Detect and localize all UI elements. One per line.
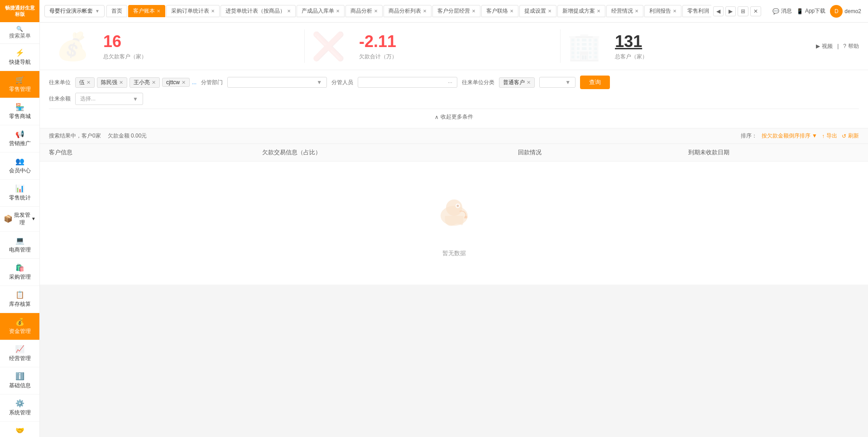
- sidebar-item-purchase[interactable]: 🛍️ 采购管理: [0, 259, 39, 286]
- filter-row-1: 往来单位 伍 ✕ 陈民强 ✕ 王小亮 ✕ cjttcw: [49, 76, 859, 89]
- column-due-date: 到期未收款日期: [688, 148, 859, 157]
- sidebar-item-inventory[interactable]: 📋 库存核算: [0, 286, 39, 313]
- sidebar-item-ecommerce[interactable]: 💻 电商管理: [0, 232, 39, 259]
- tab-new-commission[interactable]: 新增提成方案 ✕: [557, 5, 605, 17]
- close-icon[interactable]: ✕: [510, 9, 513, 14]
- sidebar-item-retail-stats[interactable]: 📊 零售统计: [0, 180, 39, 207]
- overdue-amount-value: -2.11: [359, 32, 542, 51]
- app-download-icon: 📱: [796, 8, 803, 14]
- tab-purchase-order-stats[interactable]: 采购订单统计表 ✕: [166, 5, 220, 17]
- close-icon[interactable]: ✕: [548, 9, 551, 14]
- tabs-prev-button[interactable]: ◀: [713, 6, 724, 16]
- close-icon[interactable]: ✕: [597, 9, 600, 14]
- remove-tag-cjttcw[interactable]: ✕: [182, 80, 186, 86]
- video-link[interactable]: ▶ 视频: [816, 43, 833, 50]
- tab-operation-status[interactable]: 经营情况 ✕: [606, 5, 643, 17]
- tab-customer-contact[interactable]: 客户联络 ✕: [481, 5, 518, 17]
- sidebar-item-basic-info[interactable]: ℹ️ 基础信息: [0, 367, 39, 394]
- table-header: 客户信息 欠款交易信息（占比） 回款情况 到期未收款日期: [40, 144, 868, 162]
- sort-value[interactable]: 按欠款金额倒序排序 ▼: [762, 132, 817, 140]
- balance-input[interactable]: 选择... ▼: [75, 93, 143, 105]
- empty-state-icon: [432, 189, 477, 242]
- dept-input[interactable]: ▼: [227, 77, 327, 88]
- sidebar-item-retail-mall[interactable]: 🏪 零售商城: [0, 98, 39, 125]
- sidebar-search[interactable]: 🔍 搜索菜单: [0, 22, 39, 44]
- tab-profit-report[interactable]: 利润报告 ✕: [644, 5, 681, 17]
- close-icon[interactable]: ✕: [157, 9, 160, 14]
- close-icon[interactable]: ✕: [287, 9, 291, 14]
- query-button[interactable]: 查询: [580, 76, 610, 89]
- tab-retail-profit[interactable]: 零售利润（ ✕: [682, 5, 711, 17]
- remove-tag-chen[interactable]: ✕: [119, 80, 123, 86]
- navbar-right: 💬 消息 📱 App下载 D demo2: [766, 5, 868, 18]
- remove-tag-normal[interactable]: ✕: [527, 80, 531, 86]
- sidebar-item-system[interactable]: ⚙️ 系统管理: [0, 394, 39, 422]
- close-icon[interactable]: ✕: [635, 9, 638, 14]
- filter-row-2: 往来余额 选择... ▼: [49, 93, 859, 105]
- stat-bg-icon-1: 💰: [56, 30, 90, 62]
- empty-text: 暂无数据: [442, 249, 466, 257]
- close-icon[interactable]: ✕: [423, 9, 427, 14]
- tab-customer-tier[interactable]: 客户分层经营 ✕: [432, 5, 480, 17]
- close-icon[interactable]: ✕: [374, 9, 378, 14]
- close-icon[interactable]: ✕: [673, 9, 676, 14]
- tabs-close-all-button[interactable]: ✕: [750, 6, 761, 16]
- user-profile[interactable]: D demo2: [830, 5, 861, 18]
- account-selector-arrow: ▼: [95, 9, 100, 14]
- svg-point-1: [446, 200, 462, 216]
- top-navbar: 母婴行业演示帐套 ▼ 首页 客户账本 ✕ 采购订单统计表 ✕ 进货单统计表（按商…: [40, 0, 868, 23]
- sidebar-logo: 畅捷通好生意 标版: [0, 0, 39, 22]
- stats-right-actions: ▶ 视频 | ? 帮助: [816, 43, 859, 50]
- tab-goods-stats[interactable]: 进货单统计表（按商品） ✕: [221, 5, 296, 17]
- tab-product-analysis-list[interactable]: 商品分析列表 ✕: [384, 5, 432, 17]
- category-tag-normal: 普通客户 ✕: [499, 77, 535, 88]
- sidebar-item-member[interactable]: 👥 会员中心: [0, 152, 39, 180]
- export-button[interactable]: ↑ 导出: [822, 132, 837, 140]
- sidebar-item-retail-manage[interactable]: 🛒 零售管理: [0, 71, 39, 98]
- refresh-button[interactable]: ↺ 刷新: [842, 132, 859, 140]
- more-tags-button[interactable]: ...: [192, 79, 197, 86]
- tabs-next-button[interactable]: ▶: [725, 6, 736, 16]
- tab-home[interactable]: 首页: [106, 5, 127, 17]
- quick-nav-icon: ⚡: [15, 48, 24, 57]
- sidebar-item-operation[interactable]: 📈 经营管理: [0, 340, 39, 367]
- sidebar-item-enterprise[interactable]: 🤝 企业协同: [0, 422, 39, 437]
- svg-point-3: [456, 205, 459, 207]
- tab-production-inbound[interactable]: 产成品入库单 ✕: [297, 5, 345, 17]
- collapse-filters-button[interactable]: ∧ 收起更多条件: [49, 111, 859, 123]
- sidebar-item-wholesale[interactable]: 📦 批发管理 ▼: [0, 207, 39, 232]
- account-selector[interactable]: 母婴行业演示帐套 ▼: [44, 5, 105, 17]
- category-dropdown[interactable]: ▼: [539, 77, 575, 88]
- tabs-expand-button[interactable]: ⊞: [738, 6, 748, 16]
- remove-tag-wu[interactable]: ✕: [86, 80, 91, 86]
- sidebar-quick-nav[interactable]: ⚡ 快捷导航: [0, 44, 39, 71]
- balance-filter-label: 往来余额: [49, 95, 71, 103]
- sidebar-item-marketing[interactable]: 📢 营销推广: [0, 125, 39, 152]
- help-link[interactable]: ? 帮助: [843, 43, 859, 50]
- sidebar-item-finance[interactable]: 💰 资金管理: [0, 313, 39, 340]
- message-button[interactable]: 💬 消息: [772, 7, 792, 15]
- overdue-amount-text: 欠款金额 0.00元: [108, 132, 147, 140]
- column-customer-info: 客户信息: [49, 148, 262, 157]
- tab-product-analysis[interactable]: 商品分析 ✕: [345, 5, 383, 17]
- dept-dropdown-icon: ▼: [317, 79, 322, 86]
- stat-total-customers: 🏢 131 总客户（家）: [561, 29, 816, 63]
- overdue-amount-label: 欠款合计（万）: [359, 53, 542, 61]
- search-result-text: 搜索结果中，客户0家: [49, 132, 101, 140]
- total-customers-label: 总客户（家）: [615, 53, 798, 61]
- total-customers-value: 131: [615, 32, 798, 51]
- result-bar-left: 搜索结果中，客户0家 欠款金额 0.00元: [49, 132, 147, 140]
- dept-filter-label: 分管部门: [201, 79, 223, 86]
- close-icon[interactable]: ✕: [336, 9, 340, 14]
- overdue-customers-label: 总欠款客户（家）: [103, 53, 286, 61]
- remove-tag-wang[interactable]: ✕: [152, 80, 156, 86]
- tab-commission-settings[interactable]: 提成设置 ✕: [519, 5, 556, 17]
- empty-illustration: [432, 189, 477, 234]
- filter-area: 往来单位 伍 ✕ 陈民强 ✕ 王小亮 ✕ cjttcw: [40, 70, 868, 128]
- app-download-button[interactable]: 📱 App下载: [796, 7, 825, 15]
- close-icon[interactable]: ✕: [211, 9, 215, 14]
- column-repayment: 回款情况: [518, 148, 689, 157]
- tab-customer-ledger[interactable]: 客户账本 ✕: [128, 5, 165, 17]
- close-icon[interactable]: ✕: [472, 9, 475, 14]
- person-input[interactable]: ···: [358, 77, 457, 88]
